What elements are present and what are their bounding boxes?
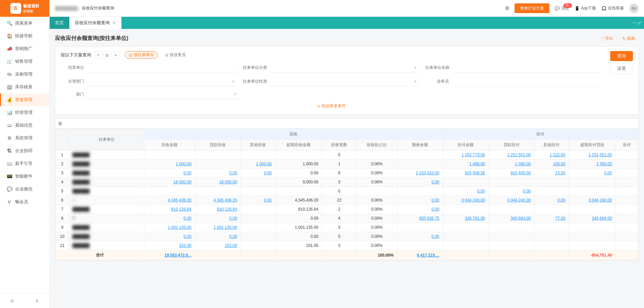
sidebar-item-purchase[interactable]: 🛍 采购管理	[0, 68, 49, 81]
sidebar-item-wechat[interactable]: 💬 企业微信	[0, 183, 49, 195]
cell-pay-loan[interactable]: 3,044,240.00	[489, 196, 534, 205]
cell-pay-overdue[interactable]: 1,390.00	[569, 160, 615, 169]
sidebar-item-marketing[interactable]: 📣 营销推广	[0, 42, 49, 55]
dept-select[interactable]: ▼	[87, 90, 239, 99]
salesperson-input[interactable]	[453, 77, 597, 86]
cell-rec-other	[240, 232, 275, 241]
cell-rec-amount[interactable]: 1,000.00	[144, 160, 195, 169]
sidebar-item-search[interactable]: 🔍 搜索菜单	[0, 17, 49, 30]
filter-partner-nature: 往来单位性质 ▼	[243, 77, 420, 86]
cell-pay-amount[interactable]: 915,508.56	[443, 169, 488, 178]
scheme-by-staff[interactable]: ⊙ 按业务员	[162, 51, 189, 58]
cell-pay-overdue[interactable]: 0.00	[569, 169, 615, 178]
add-filter-btn[interactable]: ＋	[95, 51, 102, 59]
refresh-button[interactable]: ↻ 刷新	[619, 34, 639, 43]
cell-pay-amount[interactable]: 0.00	[443, 187, 488, 196]
sidebar-item-inventory[interactable]: 🏢 库存核算	[0, 81, 49, 93]
cell-rec-amount[interactable]: 4,345,436.20	[144, 196, 195, 205]
cell-rec-other[interactable]: 0.00	[240, 196, 275, 205]
tab-minimize-icon[interactable]: −	[633, 20, 636, 26]
sidebar-item-hardware[interactable]: 📟 智能硬件	[0, 170, 49, 183]
sidebar-settings-btn[interactable]: ⚙	[0, 297, 25, 305]
total-rec-advance[interactable]: 6,417,215....	[397, 250, 443, 260]
scheme-by-partner[interactable]: ⊙ 按往来单位	[125, 51, 158, 59]
sidebar-item-guide[interactable]: 📖 新手引导	[0, 157, 49, 170]
cell-rec-advance[interactable]: 2,153,333.00	[397, 169, 443, 178]
cell-pay-other[interactable]: 77.00	[534, 214, 569, 223]
sidebar-item-vip[interactable]: V 畅会员	[0, 195, 49, 208]
partner-category-select[interactable]: ▼	[270, 63, 420, 73]
promo-button[interactable]: 体验行业方案	[515, 3, 549, 13]
sidebar-item-system[interactable]: ⚙ 系统管理	[0, 132, 49, 144]
cell-rec-loan[interactable]: 18,000.00	[195, 178, 240, 187]
cell-pay-other[interactable]: 100.00	[534, 160, 569, 169]
filter-collapse-left-btn[interactable]: «	[112, 51, 119, 59]
cell-pay-other[interactable]: 1,222.00	[534, 150, 569, 160]
filter-target-btn[interactable]: ◎	[103, 51, 111, 59]
settings-button[interactable]: 设置	[610, 63, 633, 74]
cell-pay-loan[interactable]: 345,684.00	[489, 214, 534, 223]
cell-rec-other[interactable]: 1,000.00	[240, 160, 275, 169]
cell-pay-amount[interactable]: 3,044,240.00	[443, 196, 488, 205]
user-avatar[interactable]: Rit	[629, 4, 639, 13]
cell-pay-overdue[interactable]: 3,044,240.00	[569, 196, 615, 205]
cell-rec-advance[interactable]: 655,636.75	[397, 214, 443, 223]
cell-rec-loan[interactable]: 1,001,135.00	[195, 223, 240, 232]
sidebar-item-sales[interactable]: 🛒 销售管理	[0, 55, 49, 68]
tab-close-icon[interactable]: ✕	[112, 20, 116, 25]
tab-home[interactable]: 首页	[50, 17, 69, 29]
cell-rec-loan[interactable]: 0.00	[195, 214, 240, 223]
cell-pay-loan[interactable]: 1,251,551.00	[489, 150, 534, 160]
cell-rec-amount[interactable]: 0.00	[144, 169, 195, 178]
cell-rec-loan[interactable]: 810,126.64	[195, 205, 240, 214]
support-btn[interactable]: 🎧 在线客服	[601, 5, 624, 11]
cell-rec-loan[interactable]: 0.00	[195, 169, 240, 178]
cell-rec-loan[interactable]: 0.00	[195, 232, 240, 241]
partner-name-input[interactable]	[452, 63, 602, 73]
messages-btn[interactable]: 💬 消息 99+	[555, 5, 569, 11]
table-settings-icon[interactable]: ⚙	[58, 121, 62, 126]
cell-pay-amount[interactable]: 1,490.00	[443, 160, 488, 169]
branch-dept-select[interactable]: ▼	[87, 77, 237, 86]
cell-pay-loan[interactable]: 0.00	[489, 187, 534, 196]
cell-rec-amount[interactable]: 152.00	[144, 241, 195, 250]
cell-rec-other[interactable]: 0.00	[240, 169, 275, 178]
cell-rec-advance[interactable]: 0.00	[397, 205, 443, 214]
export-button[interactable]: ↑ 导出	[598, 34, 616, 43]
cell-rec-loan[interactable]: 4,345,436.20	[195, 196, 240, 205]
sidebar-collapse-btn[interactable]: ⏸	[25, 297, 50, 305]
cell-rec-amount[interactable]: 1,001,135.00	[144, 223, 195, 232]
sidebar-item-basic[interactable]: 🗂 基础信息	[0, 119, 49, 132]
partner-nature-select[interactable]: ▼	[270, 77, 420, 86]
cell-rec-amount[interactable]: 810,126.64	[144, 205, 195, 214]
sidebar-item-finance[interactable]: 💰 资金管理	[0, 93, 49, 106]
settlement-unit-input[interactable]	[88, 63, 232, 72]
cell-pay-other[interactable]: 13.00	[534, 169, 569, 178]
cell-pay-amount[interactable]: 1,252,773.00	[443, 150, 488, 160]
tab-expand-icon[interactable]: ⤢	[637, 20, 641, 26]
cell-pay-other[interactable]: 0.00	[534, 196, 569, 205]
total-rec-amount[interactable]: 19,553,472,6...	[144, 250, 195, 260]
cell-rec-amount[interactable]: 0.00	[144, 232, 195, 241]
sidebar-item-quicknav[interactable]: 🏠 快捷导航	[0, 30, 49, 42]
sidebar-icon-search: 🔍	[6, 20, 12, 26]
cell-rec-amount[interactable]: 18,000.00	[144, 178, 195, 187]
cell-rec-advance[interactable]: 0.00	[397, 196, 443, 205]
cell-rec-loan[interactable]: 152.00	[195, 241, 240, 250]
collapse-filter-btn[interactable]: ∧ 收起更多条件	[61, 102, 602, 110]
query-button[interactable]: 查询	[610, 51, 633, 61]
cell-rec-advance[interactable]: 0.00	[397, 232, 443, 241]
cell-pay-overdue[interactable]: 345,684.00	[569, 214, 615, 223]
cell-pay-loan[interactable]: 915,495.56	[489, 169, 534, 178]
cell-pay-other	[534, 241, 569, 250]
header-settings-icon[interactable]: ⚙	[502, 4, 512, 13]
cell-rec-advance[interactable]: 0.00	[397, 178, 443, 187]
app-download-btn[interactable]: 📱 App下载	[575, 5, 596, 11]
cell-pay-loan[interactable]: 1,390.00	[489, 160, 534, 169]
cell-pay-amount[interactable]: 345,761.00	[443, 214, 488, 223]
sidebar-item-corp[interactable]: 🏗 企业协同	[0, 144, 49, 157]
sidebar-item-operation[interactable]: 📊 经营管理	[0, 106, 49, 119]
cell-rec-amount[interactable]: 0.00	[144, 214, 195, 223]
cell-pay-overdue[interactable]: 1,251,551.00	[569, 150, 615, 160]
tab-balance[interactable]: 应收应付余额查询 ✕	[69, 17, 121, 29]
